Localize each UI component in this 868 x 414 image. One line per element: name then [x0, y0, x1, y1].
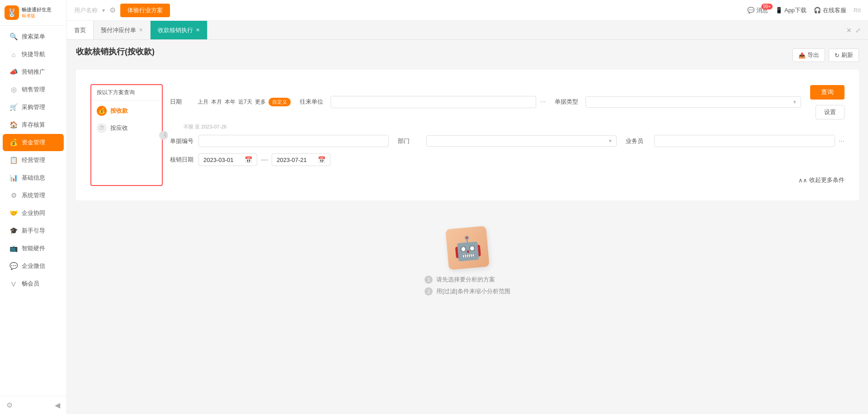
- sidebar-item-purchase[interactable]: 🛒 采购管理: [3, 99, 64, 116]
- query-btn[interactable]: 查询: [810, 85, 844, 100]
- topbar-left: 用户名称 ▾ ⚙ 体验行业方案: [74, 4, 170, 17]
- marketing-icon: 📣: [9, 68, 18, 76]
- tab-fullscreen-icon[interactable]: ⤢: [855, 27, 861, 34]
- operations-icon: 📋: [9, 156, 18, 164]
- sidebar-item-search[interactable]: 🔍 搜索菜单: [3, 28, 64, 45]
- sidebar-item-member[interactable]: V 畅会员: [3, 275, 64, 292]
- tab-home[interactable]: 首页: [67, 21, 94, 39]
- filter-row-1: 日期 上月 本月 本年 近7天 更多 自定义: [170, 84, 844, 119]
- search-icon: 🔍: [9, 33, 18, 41]
- user-name: Rit: [854, 7, 861, 14]
- service-btn[interactable]: 🎧 在线客服: [814, 6, 846, 14]
- receivable-option-icon: ⏱: [97, 123, 107, 133]
- doctype-group: 单据类型 ▾: [555, 96, 801, 108]
- service-label: 在线客服: [823, 6, 846, 14]
- sidebar-item-operations[interactable]: 📋 经营管理: [3, 152, 64, 169]
- tab-prepay[interactable]: 预付冲应付单 ✕: [94, 21, 151, 39]
- sidebar-collapse-icon[interactable]: ◀: [55, 401, 60, 409]
- sidebar-item-hardware[interactable]: 📺 智能硬件: [3, 240, 64, 257]
- sidebar-item-marketing[interactable]: 📣 营销推广: [3, 63, 64, 81]
- panel-collapse-btn[interactable]: 《: [159, 131, 168, 140]
- empty-hint-2-text: 用[过滤]条件来缩小分析范围: [436, 287, 510, 295]
- refresh-btn[interactable]: ↻ 刷新: [829, 48, 859, 62]
- employee-group: 业务员 ···: [626, 135, 844, 147]
- collapse-more-btn[interactable]: ∧∧ 收起更多条件: [170, 172, 844, 186]
- sidebar-item-sales[interactable]: ◎ 销售管理: [3, 81, 64, 98]
- date-this-year[interactable]: 本年: [225, 98, 236, 106]
- sidebar-item-funds[interactable]: 💰 资金管理: [3, 134, 64, 151]
- empty-num-2: 2: [425, 287, 433, 295]
- tab-receipt[interactable]: 收款核销执行 ✕: [151, 21, 208, 39]
- topbar-chevron-icon[interactable]: ▾: [102, 7, 105, 14]
- sidebar-label-hardware: 智能硬件: [22, 244, 45, 252]
- query-option-receivable[interactable]: ⏱ 按应收: [91, 119, 162, 137]
- sidebar-label-guide: 新手引导: [22, 227, 45, 235]
- query-option-receipt[interactable]: 💰 按收款: [91, 102, 162, 119]
- message-icon: 💬: [747, 7, 755, 14]
- empty-illustration: 🤖: [445, 226, 490, 270]
- sidebar-item-wechat[interactable]: 💬 企业微信: [3, 257, 64, 275]
- filter-actions: 查询 设置: [810, 84, 844, 119]
- sidebar-settings-icon[interactable]: ⚙: [6, 401, 13, 409]
- empty-hint-1-text: 请先选择要分析的方案: [436, 276, 495, 284]
- doctype-label: 单据类型: [555, 98, 582, 106]
- dept-arrow-icon: ▾: [609, 138, 612, 144]
- filter-row-3: 核销日期 2023-03-01 📅 — 2023-07-21 📅: [170, 153, 844, 166]
- app-download-btn[interactable]: 📱 App下载: [775, 6, 807, 14]
- app-label: App下载: [784, 6, 807, 14]
- sidebar-item-system[interactable]: ⚙ 系统管理: [3, 187, 64, 204]
- docno-input[interactable]: [198, 135, 389, 147]
- industry-btn[interactable]: 体验行业方案: [120, 4, 170, 17]
- sidebar-nav: 🔍 搜索菜单 ⌂ 快捷导航 📣 营销推广 ◎ 销售管理 🛒 采购管理 🏠 库存核…: [0, 26, 66, 396]
- docno-group: 单据编号: [170, 135, 389, 147]
- setting-btn[interactable]: 设置: [816, 105, 844, 119]
- sidebar-label-sales: 销售管理: [22, 86, 45, 94]
- tab-close-all-icon[interactable]: ✕: [846, 27, 852, 34]
- writeoff-date-group: 核销日期 2023-03-01 📅 — 2023-07-21 📅: [170, 153, 330, 166]
- date-more[interactable]: 更多: [255, 98, 266, 106]
- sidebar-label-basic: 基础信息: [22, 174, 45, 182]
- writeoff-start-cal-icon[interactable]: 📅: [245, 156, 252, 163]
- tab-receipt-label: 收款核销执行: [158, 26, 193, 34]
- doctype-arrow-icon: ▾: [793, 99, 796, 105]
- sidebar-label-operations: 经营管理: [22, 156, 45, 164]
- doctype-select[interactable]: ▾: [585, 96, 801, 108]
- date-label: 日期: [170, 98, 195, 106]
- date-hint: 不限 至 2023-07-26: [184, 124, 226, 129]
- page-header: 收款核销执行(按收款) 📤 导出 ↻ 刷新: [76, 40, 859, 70]
- employee-dots-icon[interactable]: ···: [839, 137, 844, 145]
- employee-input[interactable]: [654, 135, 835, 147]
- empty-hint-1: 1 请先选择要分析的方案: [425, 276, 510, 284]
- query-panel-title: 按以下方案查询: [91, 89, 162, 100]
- sidebar-item-guide[interactable]: 🎓 新手引导: [3, 222, 64, 239]
- partner-group: 往来单位 ···: [300, 96, 546, 108]
- date-last-month[interactable]: 上月: [198, 98, 208, 106]
- receipt-option-label: 按收款: [110, 107, 128, 115]
- topbar-user-placeholder: 用户名称: [74, 6, 98, 14]
- dept-select[interactable]: ▾: [426, 135, 617, 147]
- date-7days[interactable]: 近7天: [238, 98, 252, 106]
- tab-prepay-close-icon[interactable]: ✕: [139, 27, 143, 33]
- writeoff-start-input[interactable]: 2023-03-01 📅: [198, 153, 257, 166]
- writeoff-end-cal-icon[interactable]: 📅: [318, 156, 326, 163]
- date-this-month[interactable]: 本月: [211, 98, 222, 106]
- page-header-actions: 📤 导出 ↻ 刷新: [793, 48, 859, 62]
- filter-area: 按以下方案查询 💰 按收款 ⏱ 按应收 《: [83, 77, 852, 193]
- message-badge: 99+: [761, 4, 773, 10]
- sidebar-item-quicknav[interactable]: ⌂ 快捷导航: [3, 46, 64, 63]
- receivable-option-label: 按应收: [110, 124, 128, 132]
- partner-input[interactable]: [330, 96, 536, 108]
- tab-receipt-close-icon[interactable]: ✕: [196, 27, 200, 33]
- refresh-label: 刷新: [841, 51, 853, 59]
- export-btn[interactable]: 📤 导出: [793, 48, 825, 62]
- message-btn[interactable]: 💬 消息 99+: [747, 6, 768, 14]
- topbar-gear-icon[interactable]: ⚙: [109, 6, 116, 14]
- writeoff-end-input[interactable]: 2023-07-21 📅: [272, 153, 330, 166]
- dept-group: 部门 ▾: [398, 135, 617, 147]
- sidebar-item-basic[interactable]: 📊 基础信息: [3, 169, 64, 186]
- sidebar-item-enterprise[interactable]: 🤝 企业协同: [3, 205, 64, 222]
- date-custom[interactable]: 自定义: [269, 98, 291, 106]
- partner-dots-icon[interactable]: ···: [540, 98, 546, 106]
- sidebar-item-inventory[interactable]: 🏠 库存核算: [3, 116, 64, 133]
- docno-label: 单据编号: [170, 137, 195, 145]
